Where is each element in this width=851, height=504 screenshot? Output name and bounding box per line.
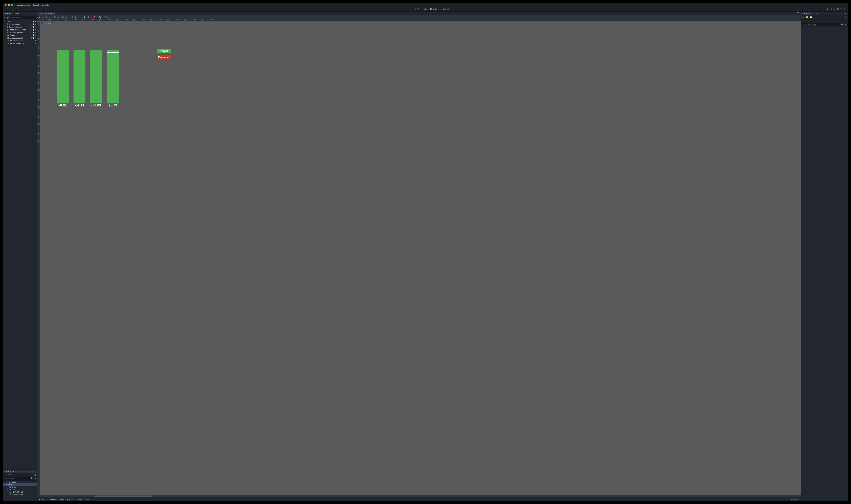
visibility-icon[interactable]: 👁 (35, 26, 37, 28)
meter-NegativeRangeMeter[interactable]: -66.63 (90, 50, 102, 107)
add-node-button[interactable]: + (4, 17, 5, 19)
instance-icon[interactable]: ▢ (30, 34, 32, 36)
group-tool[interactable]: ⧉ (88, 16, 89, 18)
zoom-out-button[interactable]: − (41, 22, 43, 24)
scene-panel-menu[interactable]: ⋮ (33, 12, 37, 15)
filesystem-filter-input[interactable] (4, 477, 30, 480)
rotate-tool[interactable]: ⟳ (46, 16, 47, 18)
fs-row[interactable]: ▸demo (3, 486, 37, 488)
scene-node-row[interactable]: TargetReached👁 (3, 39, 37, 42)
scene-root-row[interactable]: ▾ demo 📜👁 (3, 20, 37, 23)
tab-inspector[interactable]: Inspector (801, 12, 812, 15)
anchor-tool[interactable]: ⚓ (62, 16, 64, 18)
sort-button[interactable]: ⇅ (845, 24, 847, 26)
list-tool[interactable]: ☰ (54, 16, 56, 18)
doc-tab-usagedemo[interactable]: usageDemo ✕ (37, 12, 56, 15)
meter-SymmetricMeter[interactable]: -52.11 (73, 50, 85, 107)
history-button[interactable]: ↺ (845, 16, 847, 18)
tab-animation[interactable]: Animation (67, 498, 75, 500)
tab-node[interactable]: Node (812, 12, 820, 15)
signal-icon[interactable]: ⋔ (28, 32, 30, 33)
favorites-row[interactable]: Favorites: (3, 481, 37, 483)
scale-tool[interactable]: ⤢ (49, 16, 50, 18)
link-node-button[interactable]: 🔗 (6, 17, 9, 19)
mode-assetlib-button[interactable]: ⭳AssetLib (440, 8, 450, 11)
mode-3d-button[interactable]: ✦3D (422, 8, 427, 11)
fs-root-row[interactable]: ▾res:// (3, 483, 37, 486)
scene-node-row[interactable]: NegativeRangeMeter⋔▢📜👁 (3, 29, 37, 31)
move-tool[interactable]: ✥ (42, 16, 44, 18)
search-icon[interactable]: 🔍 (31, 477, 33, 480)
stop-button[interactable]: ■ (834, 8, 835, 10)
visibility-icon[interactable]: 👁 (35, 29, 37, 31)
tab-audio[interactable]: Audio (59, 498, 64, 500)
visibility-icon[interactable]: 👁 (35, 37, 37, 39)
instance-icon[interactable]: ▢ (30, 37, 32, 39)
scene-tree[interactable]: ▾ demo 📜👁 SubzeroMeter⋔▢📜👁SymmetricMeter… (3, 20, 37, 469)
bone-tool[interactable]: 🦴 (99, 16, 101, 18)
script-icon[interactable]: 📜 (33, 21, 34, 22)
play-custom-button[interactable]: ⎘ (841, 8, 842, 10)
scene-node-row[interactable]: SubzeroMeter⋔▢📜👁 (3, 23, 37, 26)
script-icon[interactable]: 📜 (33, 26, 34, 28)
view-mode-button[interactable]: ▦ (34, 473, 36, 476)
tab-import[interactable]: Import (12, 12, 20, 15)
scene-filter-input[interactable] (10, 16, 36, 19)
view-menu[interactable]: View (104, 16, 109, 18)
tab-output[interactable]: Output (39, 498, 47, 500)
scene-node-row[interactable]: SymmetricMeter⋔▢📜👁 (3, 26, 37, 29)
render-mode-button[interactable]: ◎ (844, 8, 846, 10)
instance-icon[interactable]: ▢ (30, 29, 32, 31)
expand-icon[interactable]: ▸ (7, 489, 8, 490)
inspector-tools-menu[interactable]: ⋮ (814, 16, 816, 18)
signal-icon[interactable]: ⋔ (28, 29, 30, 31)
lock-selected-tool[interactable]: 🔒 (84, 16, 86, 18)
visibility-icon[interactable]: 👁 (35, 42, 37, 44)
grid-snap-tool[interactable]: ▦ (75, 16, 76, 18)
search-icon[interactable]: 🔍 (841, 24, 844, 26)
signal-icon[interactable]: ⋔ (28, 23, 30, 25)
play-scene-button[interactable]: 🎬 (837, 8, 839, 10)
script-icon[interactable]: 📜 (33, 34, 34, 36)
scene-node-row[interactable]: TargetLabel▢📜👁 (3, 34, 37, 37)
new-tab-button[interactable]: + (56, 12, 60, 15)
canvas[interactable]: − 115.7 % + -0.01-52.11-66.6395.79 Targe… (40, 21, 801, 495)
scene-node-row[interactable]: ExceededLabel▢📜👁 (3, 37, 37, 39)
horizontal-scrollbar[interactable] (40, 495, 801, 497)
tab-shader[interactable]: Shader Editor (77, 498, 89, 500)
filesystem-tree[interactable]: Favorites: ▾res:// ▸demo▸toolsLICENSE.md… (3, 481, 37, 501)
select-tool[interactable]: ▲ (39, 16, 41, 18)
script-icon[interactable]: 📜 (33, 32, 34, 33)
sort-button[interactable]: ⇅ (34, 477, 36, 480)
pin-tool[interactable]: 📌 (92, 16, 95, 18)
zoom-in-button[interactable]: + (52, 22, 54, 24)
nav-back-button[interactable]: ‹ (4, 473, 5, 475)
tab-scene[interactable]: Scene (3, 12, 12, 15)
scene-node-row[interactable]: ZeroAndUpMeter⋔▢📜👁 (3, 31, 37, 34)
distraction-free-button[interactable]: ⛶ (795, 12, 801, 15)
instance-icon[interactable]: ▢ (30, 32, 32, 33)
visibility-icon[interactable]: 👁 (35, 40, 37, 41)
viewport[interactable]: -100-50050100150200250300350400450500550… (37, 19, 801, 497)
snap-tool[interactable]: ⊞ (71, 16, 73, 18)
collapse-icon[interactable]: ▾ (4, 21, 5, 22)
minimize-window-button[interactable] (8, 4, 10, 6)
visibility-icon[interactable]: 👁 (35, 23, 37, 25)
tab-debugger[interactable]: Debugger (49, 498, 57, 500)
maximize-window-button[interactable] (11, 4, 13, 6)
scene-node-row[interactable]: ExceedingRange👁 (3, 42, 37, 45)
fs-row[interactable]: README.md (3, 493, 37, 496)
mode-script-button[interactable]: 📜Script (430, 8, 438, 11)
snap-menu[interactable]: ⋮ (78, 16, 80, 18)
instance-icon[interactable]: ▢ (30, 23, 32, 25)
collapse-icon[interactable]: ▾ (4, 484, 5, 485)
pause-button[interactable]: ⏸ (830, 8, 832, 10)
signal-icon[interactable]: ⋔ (28, 26, 30, 28)
filesystem-menu[interactable]: ⋮ (31, 470, 36, 472)
save-resource-button[interactable]: 💾 (810, 16, 812, 18)
new-resource-button[interactable]: 🗎 (802, 16, 804, 18)
visibility-icon[interactable]: 👁 (35, 21, 37, 22)
script-icon[interactable]: 📜 (33, 29, 34, 31)
mode-2d-button[interactable]: ⧉2D (415, 8, 419, 11)
script-icon[interactable]: 📜 (33, 37, 34, 39)
